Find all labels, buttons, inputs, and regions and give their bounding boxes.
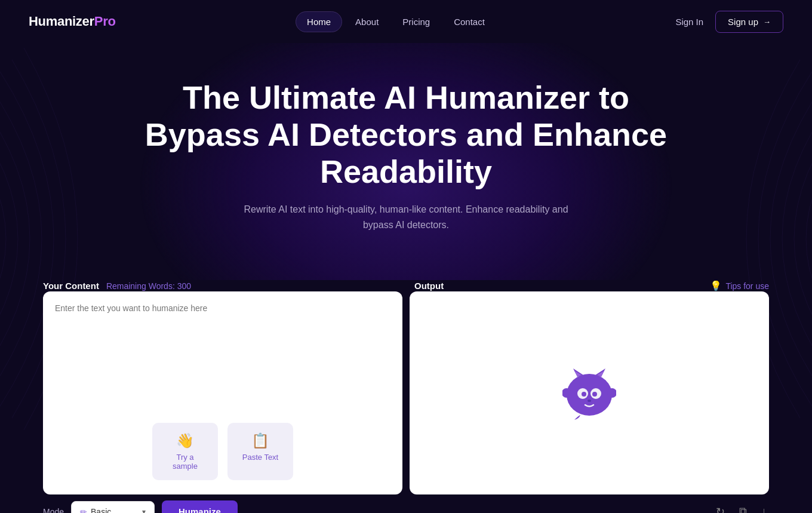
svg-point-0: [567, 374, 612, 416]
refresh-button[interactable]: ↻: [713, 503, 727, 513]
paste-text-button[interactable]: 📋 Paste Text: [227, 423, 293, 480]
hero-headline: The Ultimate AI Humanizer to Bypass AI D…: [137, 79, 675, 190]
clipboard-icon: 📋: [251, 432, 269, 449]
copy-button[interactable]: ⧉: [737, 503, 749, 513]
navbar: HumanizerPro Home About Pricing Contact …: [0, 0, 812, 43]
logo-text-purple: Pro: [94, 14, 116, 29]
your-content-label: Your Content: [43, 281, 99, 291]
nav-home[interactable]: Home: [296, 11, 342, 32]
tips-button[interactable]: 💡 Tips for use: [710, 280, 769, 291]
hero-section: The Ultimate AI Humanizer to Bypass AI D…: [0, 43, 812, 280]
sign-up-button[interactable]: Sign up →: [715, 11, 783, 33]
refresh-icon: ↻: [716, 506, 725, 513]
editor-panels: 👋 Try a sample 📋 Paste Text: [43, 291, 769, 494]
try-sample-label: Try a sample: [167, 453, 204, 471]
hero-subtext: Rewrite AI text into high-quality, human…: [239, 202, 573, 232]
nav-about[interactable]: About: [345, 12, 389, 32]
label-right: Output 💡 Tips for use: [410, 280, 769, 291]
arrow-right-icon: →: [763, 17, 771, 26]
mode-value: Basic: [91, 507, 111, 513]
download-button[interactable]: ↓: [759, 503, 769, 513]
svg-point-3: [582, 392, 586, 397]
humanize-button[interactable]: Humanize: [162, 500, 238, 513]
output-actions: ↻ ⧉ ↓: [713, 503, 769, 513]
paste-text-label: Paste Text: [242, 453, 278, 462]
nav-links: Home About Pricing Contact: [296, 11, 496, 32]
download-icon: ↓: [761, 505, 767, 513]
mode-select[interactable]: ✏ Basic ▾: [71, 501, 155, 513]
editor-labels: Your Content Remaining Words: 300 Output…: [43, 280, 769, 291]
try-sample-button[interactable]: 👋 Try a sample: [152, 423, 218, 480]
lightbulb-icon: 💡: [710, 280, 722, 291]
input-panel: 👋 Try a sample 📋 Paste Text: [43, 291, 402, 494]
label-left: Your Content Remaining Words: 300: [43, 280, 402, 291]
remaining-words: Remaining Words: 300: [106, 281, 191, 291]
nav-pricing[interactable]: Pricing: [392, 12, 441, 32]
nav-contact[interactable]: Contact: [443, 12, 496, 32]
editor-section: Your Content Remaining Words: 300 Output…: [24, 280, 788, 513]
sample-paste-buttons: 👋 Try a sample 📋 Paste Text: [152, 423, 293, 480]
output-label: Output: [414, 281, 444, 291]
mode-section: Mode ✏ Basic ▾ Humanize: [43, 500, 238, 513]
tips-label: Tips for use: [725, 281, 769, 291]
nav-right: Sign In Sign up →: [675, 11, 783, 33]
wave-icon: 👋: [176, 432, 194, 449]
chevron-down-icon: ▾: [142, 508, 146, 513]
svg-point-5: [588, 400, 591, 402]
svg-point-4: [592, 392, 597, 397]
logo-text-white: Humanizer: [29, 14, 94, 29]
bottom-bar: Mode ✏ Basic ▾ Humanize ↻ ⧉: [43, 494, 769, 513]
pencil-icon: ✏: [80, 507, 87, 513]
mascot: [562, 366, 616, 420]
logo: HumanizerPro: [29, 14, 116, 29]
sign-in-link[interactable]: Sign In: [675, 17, 703, 27]
output-panel: [410, 291, 769, 494]
copy-icon: ⧉: [739, 505, 747, 513]
mode-label: Mode: [43, 507, 64, 513]
